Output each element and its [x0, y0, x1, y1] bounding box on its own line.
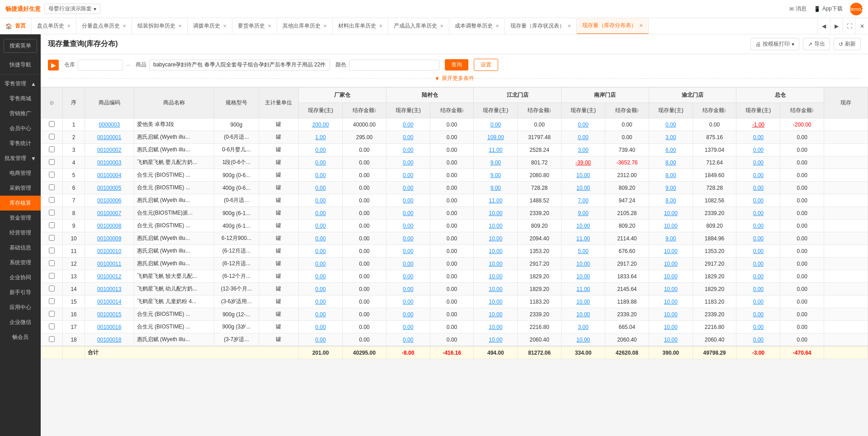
export-btn[interactable]: ↗ 导出	[803, 38, 830, 50]
table-cell[interactable]: 11.00	[474, 194, 518, 207]
sidebar-item-retail-mall[interactable]: 零售商城	[0, 91, 41, 106]
sidebar-item-apps[interactable]: 应用中心	[0, 300, 41, 315]
table-cell[interactable]: 0.00	[736, 295, 780, 308]
tab-home[interactable]: 🏠 首页	[0, 18, 32, 34]
table-cell[interactable]: 0.00	[299, 270, 343, 283]
table-cell[interactable]: 0.00	[386, 118, 430, 131]
row-checkbox-cell[interactable]	[41, 118, 63, 131]
table-cell[interactable]: 0.00	[386, 283, 430, 295]
sidebar-item-retail-mgmt[interactable]: 零售管理 ▲	[0, 76, 41, 91]
row-checkbox-cell[interactable]	[41, 144, 63, 156]
tab-close-inventory[interactable]: ✕	[67, 23, 71, 28]
table-cell[interactable]: 6.00	[649, 144, 693, 156]
tab-close-material[interactable]: ✕	[379, 23, 382, 28]
row-checkbox-cell[interactable]	[41, 232, 63, 245]
row-checkbox-cell[interactable]	[41, 258, 63, 270]
table-cell[interactable]: 11.00	[561, 232, 605, 245]
tab-stock-dist[interactable]: 现存量（库存分布表） ✕	[577, 18, 649, 34]
row-checkbox-cell[interactable]	[41, 333, 63, 347]
table-cell[interactable]: 10.00	[474, 232, 518, 245]
table-cell[interactable]: -39.00	[561, 156, 605, 169]
table-cell[interactable]: 10.00	[474, 220, 518, 232]
table-cell[interactable]: 9.00	[474, 169, 518, 182]
table-cell[interactable]: 1.00	[299, 131, 343, 144]
table-cell[interactable]: 3.00	[561, 321, 605, 333]
table-cell[interactable]: 0.00	[299, 156, 343, 169]
row-checkbox-cell[interactable]	[41, 220, 63, 232]
table-cell[interactable]: 0.00	[386, 220, 430, 232]
table-cell[interactable]: 10.00	[474, 333, 518, 347]
search-button[interactable]: 搜索英单	[4, 39, 37, 53]
table-cell[interactable]: 0.00	[736, 270, 780, 283]
tab-close-stock-status[interactable]: ✕	[567, 23, 571, 28]
table-cell[interactable]: 0.00	[736, 156, 780, 169]
table-cell[interactable]: 0.00	[736, 144, 780, 156]
row-checkbox-cell[interactable]	[41, 308, 63, 321]
table-cell[interactable]: 0.00	[386, 131, 430, 144]
sidebar-item-base[interactable]: 基础信息	[0, 240, 41, 255]
tab-transfer[interactable]: 调拨单历史 ✕	[188, 18, 232, 34]
table-cell[interactable]: 0.00	[561, 131, 605, 144]
table-cell[interactable]: 0.00	[736, 321, 780, 333]
table-cell[interactable]: 0.00	[299, 308, 343, 321]
table-cell[interactable]: 10.00	[561, 270, 605, 283]
row-checkbox-cell[interactable]	[41, 283, 63, 295]
row-checkbox-cell[interactable]	[41, 270, 63, 283]
table-cell[interactable]: 10.00	[474, 258, 518, 270]
sidebar-item-inventory-check[interactable]: 库存核算	[0, 196, 41, 211]
table-cell[interactable]: 8.00	[649, 194, 693, 207]
table-cell[interactable]: 0.00	[299, 220, 343, 232]
query-btn[interactable]: 查询	[445, 59, 468, 70]
goods-input[interactable]	[149, 60, 330, 70]
tab-partial[interactable]: 分量盘点单历史 ✕	[76, 18, 132, 34]
sidebar-item-wholesale[interactable]: 批发管理 ▼	[0, 151, 41, 166]
table-cell[interactable]: 10.00	[474, 295, 518, 308]
row-checkbox[interactable]	[49, 336, 55, 342]
app-download-btn[interactable]: 📱 App下载	[814, 5, 843, 13]
table-cell[interactable]: 0.00	[299, 169, 343, 182]
table-cell[interactable]: 0.00	[736, 131, 780, 144]
table-cell[interactable]: 10.00	[649, 220, 693, 232]
table-cell[interactable]: 0.00	[386, 194, 430, 207]
message-btn[interactable]: ✉ 消息	[789, 5, 807, 13]
settings-btn[interactable]: 设置	[474, 59, 498, 71]
table-cell[interactable]: 0.00	[386, 232, 430, 245]
filter-toggle-btn[interactable]: ▶	[48, 60, 59, 70]
table-cell[interactable]: 10.00	[474, 207, 518, 220]
row-checkbox-cell[interactable]	[41, 131, 63, 144]
row-checkbox[interactable]	[49, 172, 55, 178]
sidebar-item-marketing[interactable]: 营销推广	[0, 106, 41, 121]
table-container[interactable]: ⚙ 序 商品编码 商品名称 规格型号 主计量单位 厂家仓 陆村仓 江北门店 南岸…	[41, 87, 868, 436]
row-checkbox[interactable]	[49, 222, 55, 228]
sidebar-item-member[interactable]: 会员中心	[0, 121, 41, 136]
tab-close-cost-adj[interactable]: ✕	[495, 23, 499, 28]
row-checkbox[interactable]	[49, 159, 55, 165]
row-checkbox[interactable]	[49, 121, 55, 127]
table-cell[interactable]: 0.00	[299, 144, 343, 156]
row-checkbox-cell[interactable]	[41, 156, 63, 169]
table-cell[interactable]: 10.00	[649, 295, 693, 308]
table-cell[interactable]: 5.00	[561, 245, 605, 258]
row-checkbox-cell[interactable]	[41, 245, 63, 258]
table-cell[interactable]: 10.00	[561, 182, 605, 194]
tab-close-product-in[interactable]: ✕	[440, 23, 443, 28]
table-cell[interactable]: 0.00	[299, 258, 343, 270]
table-cell[interactable]: 10.00	[649, 270, 693, 283]
table-cell[interactable]: 0.00	[386, 156, 430, 169]
table-cell[interactable]: 109.00	[474, 131, 518, 144]
table-cell[interactable]: 0.00	[299, 295, 343, 308]
table-cell[interactable]: 10.00	[649, 207, 693, 220]
tab-close-partial[interactable]: ✕	[123, 23, 126, 28]
tab-material[interactable]: 材料出库单历史 ✕	[333, 18, 388, 34]
sidebar-item-member2[interactable]: 畅会员	[0, 330, 41, 345]
table-cell[interactable]: 0.00	[299, 182, 343, 194]
sidebar-item-quicknav[interactable]: 快捷导航	[0, 57, 41, 72]
sidebar-item-enterprise[interactable]: 企业协同	[0, 270, 41, 285]
th-settings[interactable]: ⚙	[41, 88, 63, 118]
print-btn[interactable]: 🖨 按模板打印 ▾	[750, 38, 799, 50]
table-cell[interactable]: 0.00	[736, 207, 780, 220]
table-cell[interactable]: 0.00	[736, 245, 780, 258]
table-cell[interactable]: 0.00	[299, 333, 343, 347]
tab-cost-adj[interactable]: 成本调整单历史 ✕	[449, 18, 505, 34]
table-cell[interactable]: 10.00	[474, 283, 518, 295]
